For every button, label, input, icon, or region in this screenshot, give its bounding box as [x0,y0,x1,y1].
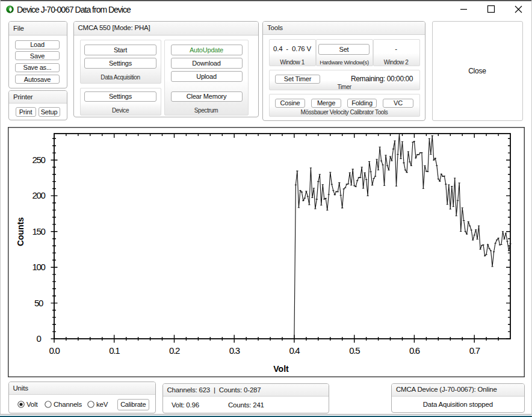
svg-text:Volt: Volt [273,364,289,374]
svg-text:100: 100 [32,262,45,272]
svg-text:150: 150 [32,226,45,236]
svg-text:0.7: 0.7 [469,345,480,356]
svg-text:Counts: Counts [16,217,25,246]
svg-text:200: 200 [32,190,45,200]
svg-text:0.4: 0.4 [289,345,300,356]
svg-text:50: 50 [34,298,43,308]
svg-text:0.5: 0.5 [349,345,360,356]
svg-text:0: 0 [36,333,41,344]
svg-text:0.0: 0.0 [49,345,60,356]
svg-text:0.2: 0.2 [169,345,180,356]
svg-text:0.3: 0.3 [229,345,240,356]
svg-text:0.6: 0.6 [409,345,420,356]
svg-text:0.1: 0.1 [109,345,120,356]
svg-text:250: 250 [32,155,45,165]
